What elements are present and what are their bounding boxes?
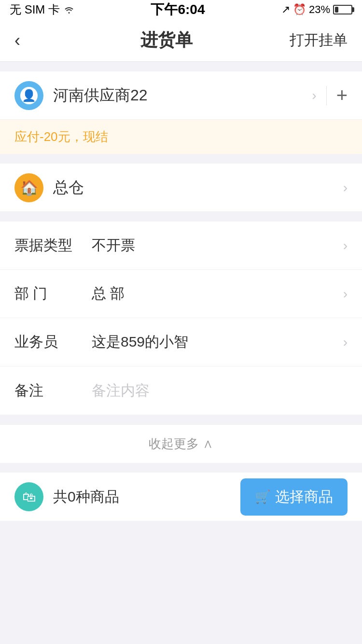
section-gap-1 xyxy=(0,62,362,71)
department-value: 总 部 xyxy=(92,284,343,304)
supplier-name: 河南供应商22 xyxy=(53,85,312,106)
department-label: 部 门 xyxy=(14,284,82,304)
collapse-label: 收起更多 ∧ xyxy=(149,435,213,452)
nav-bar: ‹ 进货单 打开挂单 xyxy=(0,19,362,62)
bottom-bar: 🛍 共0种商品 🛒 选择商品 xyxy=(0,473,362,521)
remark-row[interactable]: 备注 备注内容 xyxy=(0,366,362,415)
form-section: 票据类型 不开票 › 部 门 总 部 › 业务员 这是859的小智 › 备注 备… xyxy=(0,222,362,415)
remark-label: 备注 xyxy=(14,381,82,401)
supplier-divider xyxy=(326,86,327,105)
supplier-avatar: 👤 xyxy=(14,81,43,110)
warehouse-name: 总仓 xyxy=(53,177,343,198)
salesperson-row[interactable]: 业务员 这是859的小智 › xyxy=(0,318,362,366)
wifi-icon xyxy=(64,3,74,16)
supplier-chevron-icon: › xyxy=(312,88,316,103)
warehouse-row[interactable]: 🏠 总仓 › xyxy=(0,164,362,212)
supplier-section: 👤 河南供应商22 › + 应付-20元，现结 xyxy=(0,71,362,154)
warehouse-icon: 🏠 xyxy=(20,179,38,196)
status-bar: 无 SIM 卡 下午6:04 ↗ ⏰ 23% xyxy=(0,0,362,19)
open-pending-button[interactable]: 打开挂单 xyxy=(290,30,348,50)
shopping-bag-icon: 🛍 xyxy=(22,489,36,505)
warehouse-chevron-icon: › xyxy=(343,180,348,196)
notice-text: 应付-20元，现结 xyxy=(14,129,108,144)
battery-percentage: 23% xyxy=(309,3,330,16)
select-product-button[interactable]: 🛒 选择商品 xyxy=(240,478,348,516)
department-row[interactable]: 部 门 总 部 › xyxy=(0,270,362,318)
salesperson-label: 业务员 xyxy=(14,332,82,352)
invoice-type-row[interactable]: 票据类型 不开票 › xyxy=(0,222,362,270)
salesperson-value: 这是859的小智 xyxy=(92,332,343,352)
status-right: ↗ ⏰ 23% xyxy=(281,3,352,16)
back-button[interactable]: ‹ xyxy=(14,30,43,51)
supplier-row[interactable]: 👤 河南供应商22 › + xyxy=(0,71,362,120)
page-title: 进货单 xyxy=(140,28,193,52)
supplier-add-button[interactable]: + xyxy=(336,84,348,106)
product-icon-wrap: 🛍 xyxy=(14,482,43,511)
alarm-icon: ⏰ xyxy=(293,3,306,16)
location-icon: ↗ xyxy=(281,3,290,16)
status-left: 无 SIM 卡 xyxy=(10,2,74,17)
remark-value: 备注内容 xyxy=(92,381,348,401)
battery-icon xyxy=(333,5,352,14)
warehouse-icon-wrap: 🏠 xyxy=(14,173,43,202)
avatar-person-icon: 👤 xyxy=(22,89,36,102)
status-time: 下午6:04 xyxy=(151,0,205,19)
invoice-type-chevron-icon: › xyxy=(343,238,348,253)
invoice-type-value: 不开票 xyxy=(92,236,343,255)
notice-banner: 应付-20元，现结 xyxy=(0,120,362,154)
carrier-label: 无 SIM 卡 xyxy=(10,2,60,17)
salesperson-chevron-icon: › xyxy=(343,335,348,350)
select-product-icon: 🛒 xyxy=(255,490,270,504)
collapse-row[interactable]: 收起更多 ∧ xyxy=(0,424,362,463)
department-chevron-icon: › xyxy=(343,286,348,302)
invoice-type-label: 票据类型 xyxy=(14,236,82,255)
product-count: 共0种商品 xyxy=(53,487,240,507)
select-product-label: 选择商品 xyxy=(275,487,333,507)
